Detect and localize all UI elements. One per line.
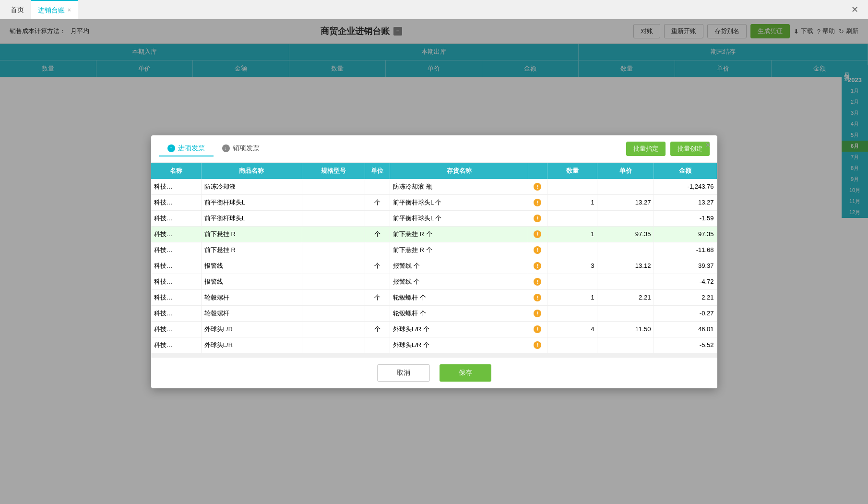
table-row[interactable]: 科技… 前平衡杆球头L 前平衡杆球头L 个 ! -1.59	[151, 210, 717, 226]
tab-active[interactable]: 进销台账 ×	[31, 0, 78, 19]
cell-name: 科技…	[151, 226, 202, 242]
cell-warn: !	[528, 226, 547, 242]
cell-amount: 39.37	[654, 258, 717, 274]
cell-name: 科技…	[151, 194, 202, 210]
cell-stock-name: 前下悬挂 R 个	[390, 242, 528, 258]
col-warn	[528, 163, 547, 179]
cell-spec	[302, 289, 365, 305]
warning-icon: !	[534, 199, 541, 206]
cell-spec	[302, 179, 365, 195]
window-close-button[interactable]: ✕	[845, 4, 864, 15]
table-row[interactable]: 科技… 报警线 个 报警线 个 ! 3 13.12 39.37	[151, 258, 717, 274]
cell-quantity	[547, 179, 597, 195]
table-row[interactable]: 科技… 轮毂螺杆 轮毂螺杆 个 ! -0.27	[151, 305, 717, 321]
table-row[interactable]: 科技… 前下悬挂 R 个 前下悬挂 R 个 ! 1 97.35 97.35	[151, 226, 717, 242]
close-tab-icon[interactable]: ×	[68, 0, 71, 20]
cell-product-name: 报警线	[201, 274, 302, 289]
col-spec: 规格型号	[302, 163, 365, 179]
cell-unit	[365, 305, 390, 321]
tab-home[interactable]: 首页	[4, 0, 31, 19]
cell-warn: !	[528, 194, 547, 210]
cell-amount: -5.52	[654, 337, 717, 353]
cell-spec	[302, 274, 365, 289]
tab-inbound-invoice[interactable]: ↑ 进项发票	[159, 141, 214, 156]
cell-quantity: 1	[547, 194, 597, 210]
table-row[interactable]: 科技… 防冻冷却液 防冻冷却液 瓶 ! -1,243.76	[151, 179, 717, 195]
cell-unit	[365, 242, 390, 258]
cell-unit-price: 97.35	[597, 226, 654, 242]
cell-unit-price	[597, 305, 654, 321]
table-row[interactable]: 科技… 外球头L/R 外球头L/R 个 ! -5.52	[151, 337, 717, 353]
cell-unit: 个	[365, 289, 390, 305]
col-unit-price: 单价	[597, 163, 654, 179]
cell-quantity	[547, 274, 597, 289]
table-header-row: 名称 商品名称 规格型号 单位 存货名称 数量 单价 金额	[151, 163, 717, 179]
col-name: 名称	[151, 163, 202, 179]
cell-name: 科技…	[151, 305, 202, 321]
cell-name: 科技…	[151, 179, 202, 195]
warning-icon: !	[534, 183, 541, 191]
cell-spec	[302, 194, 365, 210]
table-row[interactable]: 科技… 外球头L/R 个 外球头L/R 个 ! 4 11.50 46.01	[151, 321, 717, 337]
cell-product-name: 外球头L/R	[201, 321, 302, 337]
warning-icon: !	[534, 246, 541, 254]
cell-spec	[302, 258, 365, 274]
tab-outbound-invoice[interactable]: ↓ 销项发票	[214, 141, 268, 156]
cell-amount: -4.72	[654, 274, 717, 289]
cell-name: 科技…	[151, 321, 202, 337]
cancel-button[interactable]: 取消	[377, 364, 430, 382]
cell-amount: -1,243.76	[654, 179, 717, 195]
cell-spec	[302, 242, 365, 258]
modal-header: ↑ 进项发票 ↓ 销项发票 批量指定 批量创建 ×	[151, 135, 717, 163]
cell-spec	[302, 305, 365, 321]
cell-spec	[302, 337, 365, 353]
modal-table: 名称 商品名称 规格型号 单位 存货名称 数量 单价 金额 科技…	[151, 163, 717, 357]
batch-assign-button[interactable]: 批量指定	[626, 142, 666, 156]
col-product-name: 商品名称	[201, 163, 302, 179]
modal-dialog: ↑ 进项发票 ↓ 销项发票 批量指定 批量创建 × 名称	[151, 135, 717, 388]
warning-icon: !	[534, 294, 541, 301]
cell-unit: 个	[365, 226, 390, 242]
col-quantity: 数量	[547, 163, 597, 179]
cell-unit: 个	[365, 194, 390, 210]
batch-create-button[interactable]: 批量创建	[670, 142, 710, 156]
cell-warn: !	[528, 242, 547, 258]
modal-overlay: ↑ 进项发票 ↓ 销项发票 批量指定 批量创建 × 名称	[0, 19, 868, 504]
table-scrollbar[interactable]	[151, 353, 717, 357]
outbound-tab-icon: ↓	[222, 144, 230, 152]
cell-stock-name: 报警线 个	[390, 274, 528, 289]
cell-product-name: 前下悬挂 R	[201, 226, 302, 242]
table-row[interactable]: 科技… 轮毂螺杆 个 轮毂螺杆 个 ! 1 2.21 2.21	[151, 289, 717, 305]
cell-quantity: 3	[547, 258, 597, 274]
cell-warn: !	[528, 258, 547, 274]
warning-icon: !	[534, 215, 541, 222]
cell-unit-price: 2.21	[597, 289, 654, 305]
table-row[interactable]: 科技… 前平衡杆球头L 个 前平衡杆球头L 个 ! 1 13.27 13.27	[151, 194, 717, 210]
cell-spec	[302, 210, 365, 226]
cell-quantity	[547, 305, 597, 321]
cell-stock-name: 前下悬挂 R 个	[390, 226, 528, 242]
cell-product-name: 前平衡杆球头L	[201, 194, 302, 210]
cell-name: 科技…	[151, 210, 202, 226]
cell-amount: 13.27	[654, 194, 717, 210]
cell-unit-price	[597, 242, 654, 258]
cell-stock-name: 防冻冷却液 瓶	[390, 179, 528, 195]
table-row[interactable]: 科技… 前下悬挂 R 前下悬挂 R 个 ! -11.68	[151, 242, 717, 258]
cell-stock-name: 外球头L/R 个	[390, 337, 528, 353]
cell-quantity	[547, 337, 597, 353]
modal-close-button[interactable]: ×	[705, 140, 711, 150]
cell-stock-name: 轮毂螺杆 个	[390, 305, 528, 321]
table-row[interactable]: 科技… 报警线 报警线 个 ! -4.72	[151, 274, 717, 289]
cell-product-name: 报警线	[201, 258, 302, 274]
cell-unit-price	[597, 337, 654, 353]
cell-warn: !	[528, 210, 547, 226]
cell-warn: !	[528, 179, 547, 195]
inbound-tab-icon: ↑	[167, 144, 175, 152]
cell-name: 科技…	[151, 242, 202, 258]
cell-quantity: 1	[547, 226, 597, 242]
modal-footer: 取消 保存	[151, 357, 717, 388]
save-button[interactable]: 保存	[440, 364, 491, 382]
cell-stock-name: 前平衡杆球头L 个	[390, 210, 528, 226]
cell-stock-name: 前平衡杆球头L 个	[390, 194, 528, 210]
col-unit: 单位	[365, 163, 390, 179]
